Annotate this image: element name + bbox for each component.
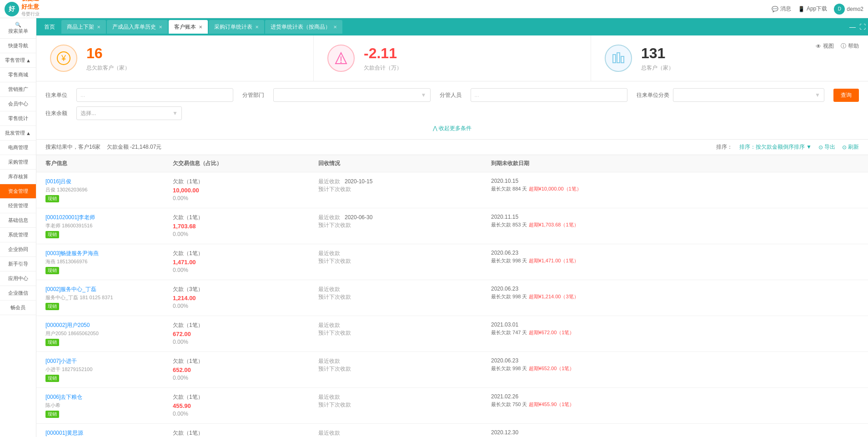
filter-item-person: 分管人员 ... xyxy=(440,88,627,102)
customer-name-3[interactable]: [0002]服务中心_丁磊 xyxy=(45,286,173,293)
debt-amount-5: 652.00 xyxy=(173,367,318,373)
filter-select-category[interactable]: ▼ xyxy=(673,88,824,102)
filter-input-unit[interactable]: ... xyxy=(76,88,233,102)
message-btn[interactable]: 💬 消息 xyxy=(772,5,791,13)
overdue-date-3: 2020.06.23 xyxy=(491,286,859,292)
overdue-info-0: 最长欠款 884 天 超期¥10,000.00（1笔） xyxy=(491,186,859,192)
cell-overdue-7: 2020.12.30 最长欠款 808 天 超期¥429.00（1笔） xyxy=(491,429,859,437)
sidebar-item-finance[interactable]: 资金管理 xyxy=(0,184,36,199)
export-btn[interactable]: ⊙ 导出 xyxy=(818,143,835,151)
overdue-info-5: 最长欠款 998 天 超期¥652.00（1笔） xyxy=(491,365,859,372)
customer-tag-6: 现销 xyxy=(45,411,59,418)
search-button[interactable]: 查询 xyxy=(833,89,859,102)
tab-customer-account[interactable]: 客户账本 ✕ xyxy=(169,20,208,34)
debt-count-2: 欠款（1笔） xyxy=(173,250,318,257)
overdue-date-6: 2021.02.26 xyxy=(491,393,859,400)
overdue-amount-link-0[interactable]: 超期¥10,000.00（1笔） xyxy=(529,186,582,191)
customer-name-4[interactable]: [000002]用户2050 xyxy=(45,321,173,329)
tab-product-offline[interactable]: 商品上下架 ✕ xyxy=(61,20,106,34)
customer-name-7[interactable]: [000001]黄思源 xyxy=(45,429,173,437)
customer-name-5[interactable]: [0007]小进干 xyxy=(45,357,173,365)
sort-select[interactable]: 排序：按欠款金额倒序排序 ▼ xyxy=(739,143,812,151)
overdue-amount-link-5[interactable]: 超期¥652.00（1笔） xyxy=(529,366,575,371)
debt-count-6: 欠款（1笔） xyxy=(173,393,318,401)
filter-item-dept: 分管部门 ▼ xyxy=(242,88,430,102)
app-download-icon: 📱 xyxy=(798,6,805,12)
debt-ratio-4: 0.00% xyxy=(173,339,318,345)
sidebar-item-app-center[interactable]: 应用中心 xyxy=(0,271,36,286)
user-menu[interactable]: D demo2 xyxy=(834,4,863,15)
overdue-amount-link-3[interactable]: 超期¥1,214.00（3笔） xyxy=(529,294,579,299)
sidebar-item-purchase[interactable]: 采购管理 xyxy=(0,155,36,170)
customer-tag-1: 现销 xyxy=(45,231,59,238)
chevron-down-icon-dept: ▼ xyxy=(421,92,426,98)
sidebar-item-wechat[interactable]: 企业微信 xyxy=(0,286,36,301)
customer-tag-4: 现销 xyxy=(45,339,59,346)
sidebar-search[interactable]: 🔍 搜索菜单 xyxy=(0,18,36,39)
sidebar-item-batch-mgmt[interactable]: 批发管理 ▲ xyxy=(0,126,36,141)
cell-debt-7: 欠款（1笔） 429.00 0.00% xyxy=(173,429,318,437)
sidebar-item-system[interactable]: 系统管理 xyxy=(0,228,36,242)
collapse-button[interactable]: ⋀ 收起更多条件 xyxy=(433,125,472,131)
tab-product-history[interactable]: 产成品入库单历史 ✕ xyxy=(107,20,168,34)
debt-count-4: 欠款（1笔） xyxy=(173,321,318,329)
top-bar: 好 畅捷通好生意 母婴行业演示账套 💬 消息 📱 App下载 D demo2 xyxy=(0,0,868,18)
filter-item-unit: 往来单位 ... xyxy=(45,88,233,102)
sidebar-item-member2[interactable]: 畅会员 xyxy=(0,301,36,315)
customer-name-1[interactable]: [0001020001]李老师 xyxy=(45,214,173,221)
customer-contact-4: 用户2050 18665062050 xyxy=(45,330,173,337)
overdue-amount-link-6[interactable]: 超期¥455.90（1笔） xyxy=(529,402,575,407)
tab-bar-actions: — ⛶ xyxy=(849,23,866,30)
table-row: [000002]用户2050 用户2050 18665062050 现销 欠款（… xyxy=(36,316,868,352)
cell-overdue-2: 2020.06.23 最长欠款 998 天 超期¥1,471.00（1笔） xyxy=(491,250,859,264)
sidebar-item-retail-mall[interactable]: 零售商城 xyxy=(0,68,36,82)
tab-close-purchase-stats[interactable]: ✕ xyxy=(255,25,259,30)
customer-name-2[interactable]: [0003]畅捷服务尹海燕 xyxy=(45,250,173,257)
filter-select-dept[interactable]: ▼ xyxy=(273,88,430,102)
tab-close-product-history[interactable]: ✕ xyxy=(159,25,162,30)
export-icon: ⊙ xyxy=(818,144,823,151)
cell-debt-2: 欠款（1笔） 1,471.00 0.00% xyxy=(173,250,318,273)
sidebar-item-guide[interactable]: 新手引导 xyxy=(0,257,36,271)
tab-maximize-icon[interactable]: ⛶ xyxy=(859,23,866,30)
customer-name-6[interactable]: [0006]去下粮仓 xyxy=(45,393,173,401)
cell-recovery-1: 最近收款2020-06-30 预计下次收款 xyxy=(318,214,491,229)
sidebar-item-operations[interactable]: 经营管理 xyxy=(0,199,36,213)
view-btn[interactable]: 👁 视图 xyxy=(816,42,834,50)
customer-contact-1: 李老师 18600391516 xyxy=(45,222,173,229)
customer-name-0[interactable]: [0016]吕俊 xyxy=(45,178,173,186)
cell-customer-1: [0001020001]李老师 李老师 18600391516 现销 xyxy=(45,214,173,238)
tab-close-purchase-by-product[interactable]: ✕ xyxy=(333,25,337,30)
sidebar-item-retail-stats[interactable]: 零售统计 xyxy=(0,111,36,126)
overdue-amount-link-4[interactable]: 超期¥672.00（1笔） xyxy=(529,330,575,335)
cell-customer-5: [0007]小进干 小进干 18279152100 现销 xyxy=(45,357,173,382)
tab-purchase-stats[interactable]: 采购订单统计表 ✕ xyxy=(209,20,264,34)
help-btn[interactable]: ⓘ 帮助 xyxy=(841,42,859,50)
customer-contact-5: 小进干 18279152100 xyxy=(45,366,173,373)
tab-close-product-offline[interactable]: ✕ xyxy=(97,25,100,30)
table-row: [0016]吕俊 吕俊 13026203696 现销 欠款（1笔） 10,000… xyxy=(36,172,868,208)
app-download-btn[interactable]: 📱 App下载 xyxy=(798,5,827,13)
refresh-btn[interactable]: ⊙ 刷新 xyxy=(842,143,859,151)
cell-customer-7: [000001]黄思源 黄思源 13552700226 现销 xyxy=(45,429,173,437)
sidebar-item-ecommerce[interactable]: 电商管理 xyxy=(0,141,36,155)
sidebar-item-marketing[interactable]: 营销推广 xyxy=(0,82,36,97)
stat-card-2-info: -2.11 欠款合计（万） xyxy=(364,45,402,72)
debt-amount-2: 1,471.00 xyxy=(173,259,318,266)
tab-minimize-icon[interactable]: — xyxy=(849,23,856,30)
tab-purchase-by-product[interactable]: 进货单统计表（按商品） ✕ xyxy=(265,20,342,34)
tab-close-customer-account[interactable]: ✕ xyxy=(199,25,202,30)
filter-select-balance[interactable]: 选择... ▼ xyxy=(76,106,182,120)
sidebar-item-member[interactable]: 会员中心 xyxy=(0,97,36,111)
filter-input-person[interactable]: ... xyxy=(471,88,627,102)
sidebar-item-retail-mgmt[interactable]: 零售管理 ▲ xyxy=(0,53,36,68)
sidebar-item-enterprise[interactable]: 企业协同 xyxy=(0,242,36,257)
tab-home[interactable]: 首页 xyxy=(39,20,60,34)
sidebar-item-inventory[interactable]: 库存核算 xyxy=(0,170,36,184)
overdue-amount-link-2[interactable]: 超期¥1,471.00（1笔） xyxy=(529,258,579,263)
cell-overdue-3: 2020.06.23 最长欠款 998 天 超期¥1,214.00（3笔） xyxy=(491,286,859,300)
sidebar-item-basic-info[interactable]: 基础信息 xyxy=(0,213,36,228)
next-recovery-3: 预计下次收款 xyxy=(318,293,491,301)
cell-recovery-3: 最近收款 预计下次收款 xyxy=(318,286,491,301)
overdue-amount-link-1[interactable]: 超期¥1,703.68（1笔） xyxy=(529,222,579,227)
